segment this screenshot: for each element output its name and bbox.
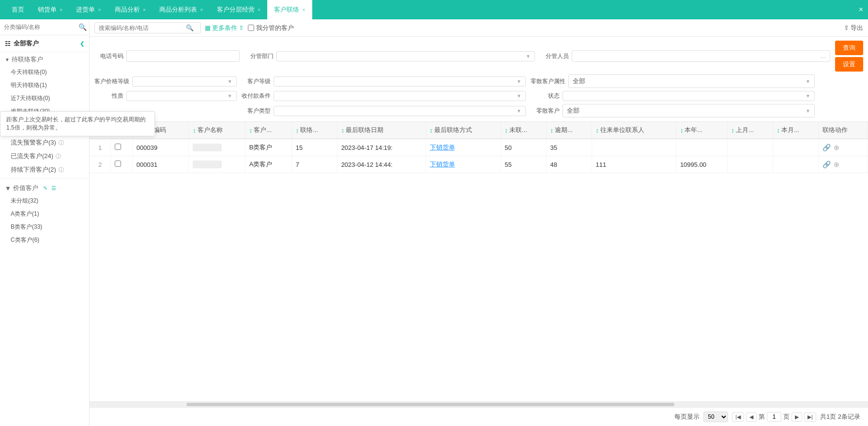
th-this-month[interactable]: ↕ 本月... bbox=[773, 122, 818, 139]
customer-name-cell2 bbox=[189, 156, 245, 173]
close-icon[interactable]: × bbox=[143, 7, 146, 13]
more-conditions-btn[interactable]: ▦ 更多条件 ⇧ bbox=[205, 24, 244, 32]
th-not-contacted[interactable]: ↕ 未联... bbox=[501, 122, 546, 139]
th-last-contact-date[interactable]: ↕ 最后联络日期 bbox=[337, 122, 426, 139]
sort-icon4: ↕ bbox=[296, 127, 299, 134]
export-icon: ⇧ bbox=[844, 24, 849, 31]
sidebar-item-c-class[interactable]: C类客户(6) bbox=[0, 234, 89, 247]
close-icon[interactable]: × bbox=[258, 7, 260, 13]
person-select[interactable]: … bbox=[572, 50, 830, 62]
pending-contact-title[interactable]: ▼ 待联络客户 bbox=[0, 52, 89, 66]
last-contact-method-cell[interactable]: 下销货单 bbox=[426, 139, 501, 156]
th-name[interactable]: ↕ 客户名称 bbox=[189, 122, 245, 139]
export-button[interactable]: ⇧ 导出 bbox=[844, 24, 863, 32]
sidebar-item-b-class[interactable]: B类客户(33) bbox=[0, 220, 89, 234]
config-icon[interactable]: ☰ bbox=[51, 185, 56, 191]
row-checkbox2[interactable] bbox=[115, 161, 121, 167]
status-select[interactable]: ▼ bbox=[563, 91, 815, 101]
nav-item-sales[interactable]: 销货单 × bbox=[31, 0, 69, 19]
pending-contact-group: ▼ 待联络客户 今天待联络(0) 明天待联络(1) 近7天待联络(0) 逾期未联… bbox=[0, 52, 89, 120]
next-page-btn[interactable]: ▶ bbox=[792, 412, 802, 422]
sidebar-item-lost-customers[interactable]: 已流失客户(24) ⓘ bbox=[0, 149, 89, 163]
nav-item-customer-segment[interactable]: 客户分层经营 × bbox=[210, 0, 267, 19]
window-close-button[interactable]: × bbox=[859, 5, 863, 14]
page-label: 第 bbox=[759, 412, 765, 421]
th-overdue[interactable]: ↕ 逾期... bbox=[546, 122, 592, 139]
last-page-btn[interactable]: ▶| bbox=[804, 412, 816, 422]
row-checkbox-cell[interactable] bbox=[111, 139, 133, 156]
info-icon4: ⓘ bbox=[59, 167, 64, 173]
chevron-down-icon3: ▼ bbox=[517, 79, 521, 84]
close-icon[interactable]: × bbox=[98, 7, 101, 13]
value-customers-title[interactable]: ▼ 价值客户 ✎ ☰ bbox=[0, 181, 89, 194]
th-last-contact-method[interactable]: ↕ 最后联络方式 bbox=[426, 122, 501, 139]
main-search-input[interactable] bbox=[99, 25, 186, 31]
close-icon[interactable]: × bbox=[60, 7, 62, 13]
horizontal-scrollbar[interactable] bbox=[90, 401, 868, 407]
close-icon[interactable]: × bbox=[200, 7, 203, 13]
row-index2: 2 bbox=[90, 156, 111, 173]
retail-attr-select[interactable]: 全部 ▼ bbox=[568, 74, 815, 88]
nav-item-home[interactable]: 首页 bbox=[5, 0, 31, 19]
settings-button[interactable]: 设置 bbox=[835, 57, 863, 72]
per-page-select[interactable]: 50 100 200 bbox=[703, 411, 728, 422]
contacts-cell: 15 bbox=[291, 139, 337, 156]
retail-customer-select[interactable]: 全部 ▼ bbox=[563, 104, 815, 118]
gender-select[interactable]: ▼ bbox=[126, 91, 237, 101]
customer-code-cell2: 000031 bbox=[132, 156, 188, 173]
sidebar-item-unclassified[interactable]: 未分组(32) bbox=[0, 194, 89, 207]
sort-icon10: ↕ bbox=[680, 127, 684, 134]
my-customers-checkbox[interactable]: 我分管的客户 bbox=[248, 24, 294, 32]
prev-page-btn[interactable]: ◀ bbox=[746, 412, 757, 422]
sidebar-item-churn-warning[interactable]: 流失预警客户(3) ⓘ bbox=[0, 136, 89, 149]
chevron-down-icon2: ▼ bbox=[228, 79, 232, 84]
table-row: 2 000031 A类客户 7 2023-04-12 14:44: 下销货单 5… bbox=[90, 156, 868, 173]
collapse-icon[interactable]: ❮ bbox=[80, 41, 84, 47]
sidebar-item-a-class[interactable]: A类客户(1) bbox=[0, 207, 89, 220]
th-contacts[interactable]: ↕ 联络... bbox=[291, 122, 337, 139]
th-last-month[interactable]: ↕ 上月... bbox=[727, 122, 773, 139]
price-grade-select[interactable]: ▼ bbox=[132, 76, 237, 87]
sidebar-item-tomorrow[interactable]: 明天待联络(1) bbox=[0, 79, 89, 92]
table-row: 1 000039 B类客户 15 2023-04-17 14:19: 下销货单 … bbox=[90, 139, 868, 156]
payment-select[interactable]: ▼ bbox=[274, 91, 526, 101]
nav-item-purchase[interactable]: 进货单 × bbox=[69, 0, 107, 19]
sidebar-item-7days[interactable]: 近7天待联络(0) bbox=[0, 92, 89, 105]
scroll-thumb[interactable] bbox=[186, 403, 674, 406]
grid-action-icon[interactable]: ⊕ bbox=[834, 144, 839, 151]
last-contact-date-cell2: 2023-04-12 14:44: bbox=[337, 156, 426, 173]
phone-input[interactable] bbox=[126, 50, 240, 62]
row-index: 1 bbox=[90, 139, 111, 156]
grid-action-icon2[interactable]: ⊕ bbox=[834, 161, 839, 168]
sidebar-search-input[interactable] bbox=[4, 24, 76, 30]
th-type[interactable]: ↕ 客户... bbox=[245, 122, 291, 139]
sidebar-item-declining-customers[interactable]: 持续下滑客户(2) ⓘ bbox=[0, 163, 89, 176]
nav-item-analysis-list[interactable]: 商品分析列表 × bbox=[152, 0, 210, 19]
main-search-icon[interactable]: 🔍 bbox=[186, 24, 194, 31]
th-this-year[interactable]: ↕ 本年... bbox=[676, 122, 727, 139]
link-action-icon2[interactable]: 🔗 bbox=[822, 161, 831, 168]
row-checkbox[interactable] bbox=[115, 144, 121, 150]
chevron-down-icon4: ▼ bbox=[806, 79, 810, 84]
row-checkbox-cell2[interactable] bbox=[111, 156, 133, 173]
query-button[interactable]: 查询 bbox=[835, 41, 863, 55]
first-page-btn[interactable]: |◀ bbox=[732, 412, 744, 422]
sidebar-item-today[interactable]: 今天待联络(0) bbox=[0, 66, 89, 79]
last-contact-method-cell2[interactable]: 下销货单 bbox=[426, 156, 501, 173]
filter-dept: 分管部门 ▼ bbox=[244, 51, 535, 61]
nav-item-analysis[interactable]: 商品分析 × bbox=[108, 0, 152, 19]
sidebar-search-icon[interactable]: 🔍 bbox=[78, 23, 87, 31]
my-customers-check[interactable] bbox=[248, 25, 254, 31]
customer-type-select[interactable]: ▼ bbox=[274, 106, 526, 116]
close-icon[interactable]: × bbox=[302, 7, 305, 13]
edit-icon[interactable]: ✎ bbox=[43, 185, 47, 191]
more-dots-icon: … bbox=[820, 53, 826, 59]
dept-select[interactable]: ▼ bbox=[276, 51, 535, 61]
link-action-icon[interactable]: 🔗 bbox=[822, 144, 831, 151]
page-input[interactable] bbox=[767, 412, 781, 422]
customer-grade-select[interactable]: ▼ bbox=[274, 76, 526, 87]
th-unit-contacts[interactable]: ↕ 往来单位联系人 bbox=[592, 122, 676, 139]
not-contacted-cell2: 55 bbox=[501, 156, 546, 173]
actions-cell2: 🔗 ⊕ bbox=[818, 156, 868, 173]
nav-item-customer-contact[interactable]: 客户联络 × bbox=[267, 0, 312, 19]
